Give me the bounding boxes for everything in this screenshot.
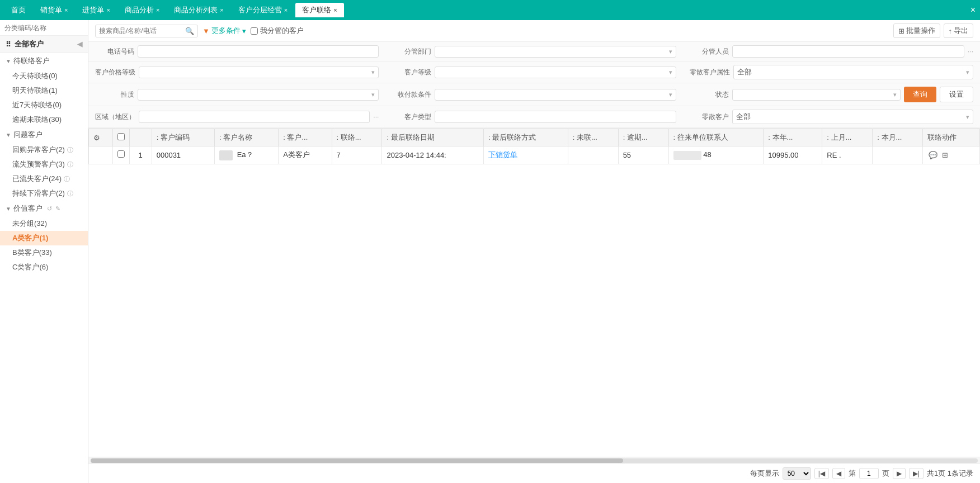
nav-tab-customer-contact-close[interactable]: × [333,7,337,13]
sidebar-group-value[interactable]: ▼ 价值客户 ↺ ✎ [0,201,88,216]
prev-page-btn[interactable]: ◀ [832,468,845,479]
sidebar-item-declining[interactable]: 持续下滑客户(2) ⓘ [0,186,88,201]
th-name[interactable]: : 客户名称 [215,129,279,146]
horizontal-scrollbar[interactable] [88,457,980,463]
select-all-checkbox[interactable] [117,133,125,140]
sidebar-item-overdue[interactable]: 逾期未联络(30) [0,112,88,127]
sidebar-item-7days[interactable]: 近7天待联络(0) [0,98,88,112]
nav-tab-analysis-label: 商品分析 [125,5,154,15]
th-code[interactable]: : 客户编码 [152,129,214,146]
th-overdue[interactable]: : 逾期... [618,129,668,146]
sidebar-item-declining-label: 持续下滑客户(2) [12,188,65,198]
nav-tab-analysis[interactable]: 商品分析 × [118,3,166,17]
filter-input-phone[interactable] [138,45,379,58]
nav-tab-customer-tier-close[interactable]: × [284,7,288,13]
sidebar-item-churn-warning[interactable]: 流失预警客户(3) ⓘ [0,157,88,172]
nav-tab-customer-contact[interactable]: 客户联络 × [295,3,343,17]
th-last-method[interactable]: : 最后联络方式 [484,129,568,146]
chat-action-icon[interactable]: 💬 [929,151,937,159]
th-last-date[interactable]: : 最后联络日期 [382,129,484,146]
filter-search-input[interactable] [99,27,183,35]
query-button[interactable]: 查询 [904,87,936,102]
filter-row-customer-type: 客户类型 [385,106,682,128]
filter-select-dept[interactable]: ▾ [435,46,676,58]
th-this-year[interactable]: : 本年... [764,129,822,146]
last-contact-method[interactable]: 下销货单 [488,150,517,159]
nav-tab-sales-close[interactable]: × [64,7,68,13]
th-uncontacted[interactable]: : 未联... [568,129,618,146]
page-size-select[interactable]: 50 100 200 [783,467,811,480]
sidebar-item-b-class[interactable]: B类客户(33) [0,245,88,260]
th-last-month[interactable]: : 上月... [822,129,873,146]
nav-tab-analysis-list[interactable]: 商品分析列表 × [167,3,230,17]
refresh-icon[interactable]: ↺ [47,205,52,212]
td-code: 000031 [152,146,214,164]
chevron-down-price: ▾ [371,69,375,76]
settings-button[interactable]: 设置 [940,87,973,102]
th-gear[interactable]: ⚙ [89,129,113,146]
batch-op-button[interactable]: ⊞ 批量操作 [893,23,940,38]
sidebar-item-c-class-label: C类客户(6) [12,262,48,272]
all-customers-header[interactable]: ⠿ 全部客户 ◀ [0,36,88,53]
td-name: Ea？ [215,146,279,164]
page-input[interactable] [859,468,879,479]
filter-select-customer-level[interactable]: ▾ [435,67,676,78]
filter-select-retail-attr[interactable]: 全部 ▾ [733,65,973,79]
last-page-btn[interactable]: ▶| [909,468,924,479]
filter-select-price-level[interactable]: ▾ [139,67,379,78]
edit-icon[interactable]: ✎ [55,205,60,212]
nav-tab-sales[interactable]: 销货单 × [34,3,74,17]
next-page-btn[interactable]: ▶ [893,468,906,479]
filter-search-icon[interactable]: 🔍 [185,27,194,35]
nav-tab-customer-tier[interactable]: 客户分层经营 × [232,3,294,17]
sidebar-item-ungrouped[interactable]: 未分组(32) [0,216,88,231]
sidebar-search-input[interactable] [4,24,88,32]
row-checkbox[interactable] [117,150,125,158]
contact-count: 7 [337,151,341,159]
sidebar-group-pending[interactable]: ▼ 待联络客户 [0,53,88,69]
sidebar-item-today[interactable]: 今天待联络(0) [0,69,88,83]
region-dots-btn[interactable]: ··· [373,113,379,121]
sidebar-item-a-class[interactable]: A类客户(1) [0,231,88,245]
th-unit-contacts[interactable]: : 往来单位联系人 [668,129,764,146]
sidebar-item-c-class[interactable]: C类客户(6) [0,260,88,274]
collapse-icon[interactable]: ◀ [77,40,82,48]
th-this-month[interactable]: : 本月... [873,129,923,146]
first-page-btn[interactable]: |◀ [814,468,829,479]
close-all-button[interactable]: × [970,5,976,15]
scrollbar-thumb[interactable] [91,458,623,463]
sidebar-item-tomorrow[interactable]: 明天待联络(1) [0,83,88,98]
nav-tab-home[interactable]: 首页 [4,3,32,17]
th-contacts[interactable]: : 联络... [332,129,382,146]
nav-tab-purchase-close[interactable]: × [106,7,110,13]
filter-label-region: 区域（地区） [95,112,135,122]
sidebar-group-problem[interactable]: ▼ 问题客户 [0,127,88,143]
manager-dots-btn[interactable]: ··· [968,48,973,55]
sidebar-item-churned-label: 已流失客户(24) [12,174,62,184]
filter-row-retail: 零散客户 全部 ▾ [683,106,980,128]
chevron-down-customer-level: ▾ [669,69,672,76]
filter-input-region[interactable] [139,111,370,123]
export-button[interactable]: ↑ 导出 [944,23,974,38]
nav-tab-analysis-close[interactable]: × [156,7,159,13]
filter-input-manager[interactable] [732,45,964,58]
nav-tab-analysis-list-close[interactable]: × [220,7,223,13]
sidebar-item-repurchase-anomaly[interactable]: 回购异常客户(2) ⓘ [0,143,88,157]
filter-input-customer-type[interactable] [435,111,676,123]
filter-select-retail-value: 全部 [736,112,751,122]
filter-select-payment[interactable]: ▾ [435,89,676,101]
scrollbar-track[interactable] [91,458,978,463]
filter-select-nature[interactable]: ▾ [138,89,379,101]
filter-select-retail[interactable]: 全部 ▾ [732,110,973,124]
filter-row-customer-level: 客户等级 ▾ [385,61,682,83]
unit-contact-bar [673,151,701,160]
sidebar-item-churned[interactable]: 已流失客户(24) ⓘ [0,172,88,186]
grid-action-icon[interactable]: ⊞ [942,151,948,159]
th-level[interactable]: : 客户... [279,129,332,146]
filter-select-status[interactable]: ▾ [732,89,901,101]
my-customers-checkbox[interactable] [251,27,258,35]
top-nav: 首页 销货单 × 进货单 × 商品分析 × 商品分析列表 × 客户分层经营 × … [0,0,980,20]
sidebar-item-today-label: 今天待联络(0) [12,71,58,81]
nav-tab-purchase[interactable]: 进货单 × [76,3,116,17]
filter-more-btn[interactable]: ▼ 更多条件 ▾ [202,26,246,36]
